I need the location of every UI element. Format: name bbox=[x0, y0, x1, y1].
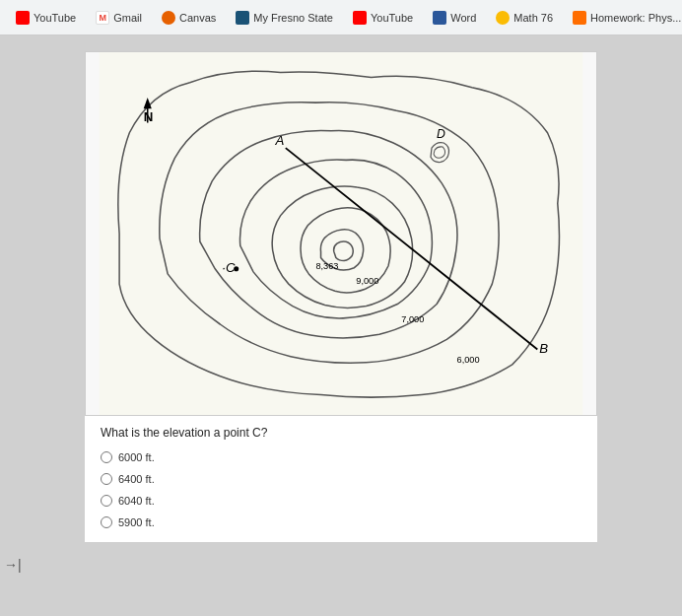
question-text: What is the elevation a point C? bbox=[101, 426, 581, 440]
answer-radio-2[interactable] bbox=[101, 473, 112, 485]
homework-icon bbox=[573, 11, 586, 25]
tab-canvas-label: Canvas bbox=[179, 12, 216, 24]
youtube2-icon bbox=[353, 11, 367, 25]
svg-text:9,000: 9,000 bbox=[356, 276, 378, 286]
tab-fresno-state[interactable]: My Fresno State bbox=[228, 7, 341, 29]
fresno-icon bbox=[236, 11, 249, 25]
youtube-icon bbox=[16, 11, 30, 25]
map-area: N A B ·C D 8,363 9,000 7,000 6,000 bbox=[85, 51, 597, 416]
answer-radio-4[interactable] bbox=[101, 516, 112, 528]
answer-option-4: 5900 ft. bbox=[101, 514, 581, 530]
sidebar-arrow-label: →| bbox=[4, 557, 22, 573]
svg-text:A: A bbox=[275, 133, 285, 148]
tab-youtube-label: YouTube bbox=[34, 12, 76, 24]
answer-label-3: 6040 ft. bbox=[118, 495, 155, 507]
tab-canvas[interactable]: Canvas bbox=[154, 7, 224, 29]
tab-youtube2[interactable]: YouTube bbox=[345, 7, 421, 29]
answer-label-4: 5900 ft. bbox=[118, 516, 155, 528]
question-container: N A B ·C D 8,363 9,000 7,000 6,000 bbox=[85, 51, 597, 542]
svg-text:·C: ·C bbox=[222, 260, 236, 275]
question-text-area: What is the elevation a point C? 6000 ft… bbox=[85, 416, 597, 542]
tab-math76[interactable]: Math 76 bbox=[488, 7, 561, 29]
answer-option-2: 6400 ft. bbox=[101, 471, 581, 487]
tab-homework[interactable]: Homework: Phys... bbox=[565, 7, 682, 29]
svg-rect-0 bbox=[100, 52, 583, 415]
tab-word[interactable]: Word bbox=[425, 7, 484, 29]
sidebar-arrow: →| bbox=[0, 553, 26, 577]
answer-label-1: 6000 ft. bbox=[118, 451, 155, 463]
svg-text:7,000: 7,000 bbox=[401, 314, 424, 324]
tab-gmail-label: Gmail bbox=[113, 12, 142, 24]
tab-youtube2-label: YouTube bbox=[371, 12, 413, 24]
tab-math76-label: Math 76 bbox=[513, 12, 553, 24]
answer-radio-3[interactable] bbox=[101, 495, 112, 507]
word-icon bbox=[433, 11, 446, 25]
tab-homework-label: Homework: Phys... bbox=[590, 12, 681, 24]
tab-word-label: Word bbox=[450, 12, 476, 24]
svg-text:8,363: 8,363 bbox=[315, 261, 338, 271]
tab-gmail[interactable]: M Gmail bbox=[88, 7, 150, 29]
answer-option-3: 6040 ft. bbox=[101, 493, 581, 509]
answer-radio-1[interactable] bbox=[101, 451, 112, 463]
tab-bar: YouTube M Gmail Canvas My Fresno State Y… bbox=[0, 0, 682, 35]
main-content: N A B ·C D 8,363 9,000 7,000 6,000 bbox=[0, 35, 682, 616]
answer-label-2: 6400 ft. bbox=[118, 473, 155, 485]
canvas-icon bbox=[162, 11, 175, 25]
gmail-icon: M bbox=[96, 11, 109, 25]
svg-text:B: B bbox=[539, 341, 548, 356]
contour-map-svg: N A B ·C D 8,363 9,000 7,000 6,000 bbox=[86, 52, 596, 415]
svg-text:6,000: 6,000 bbox=[457, 355, 480, 365]
tab-youtube[interactable]: YouTube bbox=[8, 7, 84, 29]
svg-text:N: N bbox=[144, 109, 154, 124]
math-icon bbox=[496, 11, 510, 25]
tab-fresno-label: My Fresno State bbox=[253, 12, 333, 24]
svg-text:D: D bbox=[437, 127, 445, 141]
answer-option-1: 6000 ft. bbox=[101, 449, 581, 465]
